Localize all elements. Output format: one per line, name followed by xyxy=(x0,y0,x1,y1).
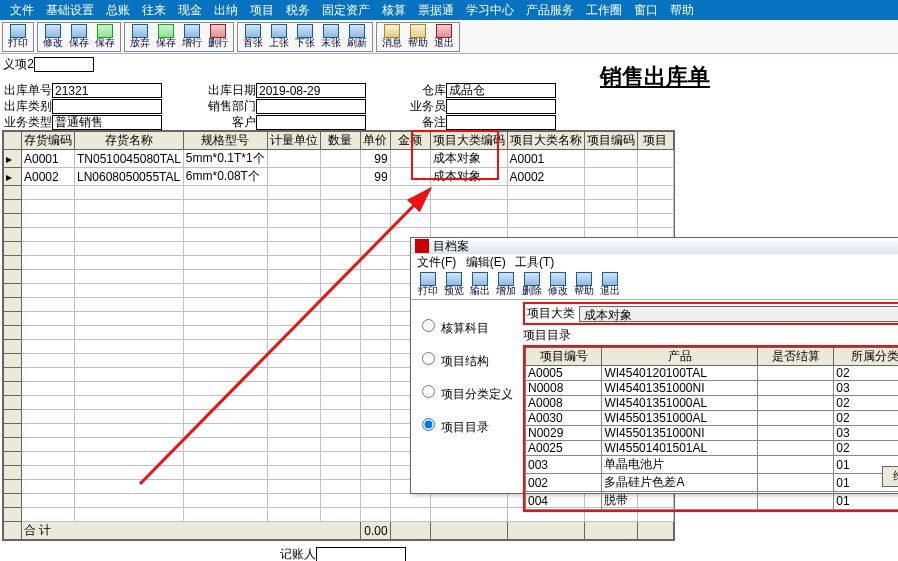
empty-cell[interactable] xyxy=(360,228,390,242)
empty-cell[interactable] xyxy=(183,494,267,508)
menu-item[interactable]: 核算 xyxy=(376,2,412,19)
empty-cell[interactable] xyxy=(430,214,507,228)
grid-header[interactable]: 存货名称 xyxy=(75,132,184,150)
menu-edit[interactable]: 编辑(E) xyxy=(466,255,506,269)
grid-header[interactable]: 金额 xyxy=(390,132,430,150)
empty-cell[interactable] xyxy=(320,214,360,228)
empty-cell[interactable] xyxy=(22,396,75,410)
sub-c4[interactable]: 03 xyxy=(834,426,898,441)
empty-cell[interactable] xyxy=(267,228,320,242)
empty-cell[interactable] xyxy=(22,312,75,326)
empty-cell[interactable] xyxy=(267,200,320,214)
row-selector[interactable] xyxy=(4,494,22,508)
row-selector[interactable] xyxy=(4,340,22,354)
menu-item[interactable]: 项目 xyxy=(244,2,280,19)
empty-cell[interactable] xyxy=(75,228,184,242)
sub-c2[interactable]: 多晶硅片色差A xyxy=(602,474,757,492)
toolbar-末张[interactable]: 末张 xyxy=(319,24,343,50)
empty-cell[interactable] xyxy=(320,256,360,270)
row-selector[interactable] xyxy=(4,200,22,214)
empty-cell[interactable] xyxy=(320,354,360,368)
empty-cell[interactable] xyxy=(22,200,75,214)
empty-cell[interactable] xyxy=(75,270,184,284)
menu-item[interactable]: 文件 xyxy=(4,2,40,19)
row-selector[interactable] xyxy=(4,354,22,368)
menu-tool[interactable]: 工具(T) xyxy=(515,255,554,269)
cell-bigcode[interactable] xyxy=(390,168,430,186)
empty-cell[interactable] xyxy=(360,312,390,326)
empty-cell[interactable] xyxy=(267,424,320,438)
empty-cell[interactable] xyxy=(75,410,184,424)
empty-cell[interactable] xyxy=(75,494,184,508)
empty-cell[interactable] xyxy=(183,368,267,382)
empty-cell[interactable] xyxy=(360,396,390,410)
empty-cell[interactable] xyxy=(267,312,320,326)
row-selector[interactable] xyxy=(4,186,22,200)
sub-c4[interactable]: 02 xyxy=(834,441,898,456)
sub-c4[interactable]: 01 xyxy=(834,492,898,510)
empty-cell[interactable] xyxy=(267,382,320,396)
empty-cell[interactable] xyxy=(183,186,267,200)
empty-cell[interactable] xyxy=(22,452,75,466)
out-date-input[interactable] xyxy=(256,83,366,98)
salesperson-input[interactable] xyxy=(446,99,556,114)
sub-c1[interactable]: N0008 xyxy=(526,381,602,396)
sub-c2[interactable]: 单晶电池片 xyxy=(602,456,757,474)
sub-c1[interactable]: N0029 xyxy=(526,426,602,441)
empty-cell[interactable] xyxy=(637,186,673,200)
menu-item[interactable]: 基础设置 xyxy=(40,2,100,19)
row-selector[interactable] xyxy=(4,270,22,284)
empty-cell[interactable] xyxy=(267,242,320,256)
toolbar-保存[interactable]: 保存 xyxy=(67,24,91,50)
empty-cell[interactable] xyxy=(75,452,184,466)
empty-cell[interactable] xyxy=(75,382,184,396)
empty-cell[interactable] xyxy=(267,354,320,368)
popup-tool-修改[interactable]: 修改 xyxy=(546,271,570,297)
sub-c4[interactable]: 03 xyxy=(834,381,898,396)
sub-c3[interactable] xyxy=(757,474,833,492)
popup-tool-帮助[interactable]: 帮助 xyxy=(572,271,596,297)
popup-tool-打印[interactable]: 打印 xyxy=(416,271,440,297)
cell-code[interactable]: A0002 xyxy=(22,168,75,186)
empty-cell[interactable] xyxy=(22,508,75,522)
warehouse-input[interactable] xyxy=(446,83,556,98)
cell-amt[interactable]: 99 xyxy=(360,150,390,168)
empty-cell[interactable] xyxy=(183,396,267,410)
empty-cell[interactable] xyxy=(390,214,430,228)
cell-spec[interactable]: 6mm*0.08T个 xyxy=(183,168,267,186)
out-type-input[interactable] xyxy=(52,99,162,114)
radio-catdef[interactable]: 项目分类定义 xyxy=(417,382,517,403)
empty-cell[interactable] xyxy=(390,494,430,508)
empty-cell[interactable] xyxy=(360,466,390,480)
empty-cell[interactable] xyxy=(183,438,267,452)
empty-cell[interactable] xyxy=(430,200,507,214)
row-selector[interactable] xyxy=(4,228,22,242)
empty-cell[interactable] xyxy=(267,480,320,494)
empty-cell[interactable] xyxy=(360,284,390,298)
empty-cell[interactable] xyxy=(320,200,360,214)
project-subgrid[interactable]: 项目编号产品是否结算所属分类码A0005WI4540120100TAL02N00… xyxy=(523,345,898,512)
empty-cell[interactable] xyxy=(267,186,320,200)
empty-cell[interactable] xyxy=(75,284,184,298)
menu-item[interactable]: 往来 xyxy=(136,2,172,19)
row-selector[interactable] xyxy=(4,242,22,256)
toolbar-下张[interactable]: 下张 xyxy=(293,24,317,50)
sub-c3[interactable] xyxy=(757,381,833,396)
sub-c2[interactable]: 脱带 xyxy=(602,492,757,510)
empty-cell[interactable] xyxy=(430,508,507,522)
toolbar-退出[interactable]: 退出 xyxy=(432,24,456,50)
empty-cell[interactable] xyxy=(183,284,267,298)
empty-cell[interactable] xyxy=(360,354,390,368)
empty-cell[interactable] xyxy=(320,424,360,438)
empty-cell[interactable] xyxy=(183,382,267,396)
grid-header[interactable]: 单价 xyxy=(360,132,390,150)
empty-cell[interactable] xyxy=(360,270,390,284)
empty-cell[interactable] xyxy=(75,256,184,270)
empty-cell[interactable] xyxy=(22,242,75,256)
empty-cell[interactable] xyxy=(430,186,507,200)
doc-no-input[interactable] xyxy=(52,83,162,98)
empty-cell[interactable] xyxy=(360,340,390,354)
empty-cell[interactable] xyxy=(22,340,75,354)
empty-cell[interactable] xyxy=(584,186,637,200)
empty-cell[interactable] xyxy=(22,382,75,396)
